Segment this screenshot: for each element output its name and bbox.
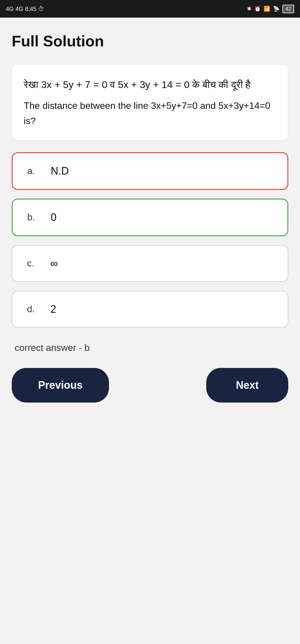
options-container: a. N.D b. 0 c. ∞ d. 2 [12,152,288,328]
next-button[interactable]: Next [206,368,288,403]
bottom-area [0,444,300,532]
correct-answer-text: correct answer - b [12,342,288,353]
question-english: The distance between the line 3x+5y+7=0 … [24,98,276,128]
signal-2: 4G [16,6,23,12]
alarm-icon: ⏰ [254,6,261,12]
previous-button[interactable]: Previous [12,368,109,403]
clock-icon: ⏱ [38,6,44,12]
option-d[interactable]: d. 2 [12,291,288,328]
option-b-value: 0 [51,211,57,224]
status-right: ✱ ⏰ 📶 📡 42 [247,5,294,13]
signal-1: 4G [6,6,14,12]
option-a-value: N.D [51,165,69,177]
nav-buttons: Previous Next [12,368,288,403]
option-a-label: a. [27,165,42,176]
option-b[interactable]: b. 0 [12,199,288,236]
bluetooth-icon: ✱ [247,6,251,12]
wifi-icon: 📡 [273,6,279,12]
lte-icon: 📶 [264,6,270,12]
battery-level: 42 [282,5,294,13]
option-c-value: ∞ [50,257,58,270]
option-d-label: d. [27,304,42,315]
option-b-label: b. [27,212,42,223]
question-hindi: रेखा 3x + 5y + 7 = 0 व 5x + 3y + 14 = 0 … [24,77,276,92]
status-left: 4G 4G 8:45 ⏱ [6,6,44,12]
question-card: रेखा 3x + 5y + 7 = 0 व 5x + 3y + 14 = 0 … [12,65,288,141]
clock-time: 8:45 [25,6,36,12]
page-title: Full Solution [12,32,288,50]
status-bar: 4G 4G 8:45 ⏱ ✱ ⏰ 📶 📡 42 [0,0,300,18]
option-d-value: 2 [50,303,56,315]
option-a[interactable]: a. N.D [12,152,288,190]
main-content: Full Solution रेखा 3x + 5y + 7 = 0 व 5x … [0,18,300,444]
option-c-label: c. [27,258,42,269]
option-c[interactable]: c. ∞ [12,245,288,282]
